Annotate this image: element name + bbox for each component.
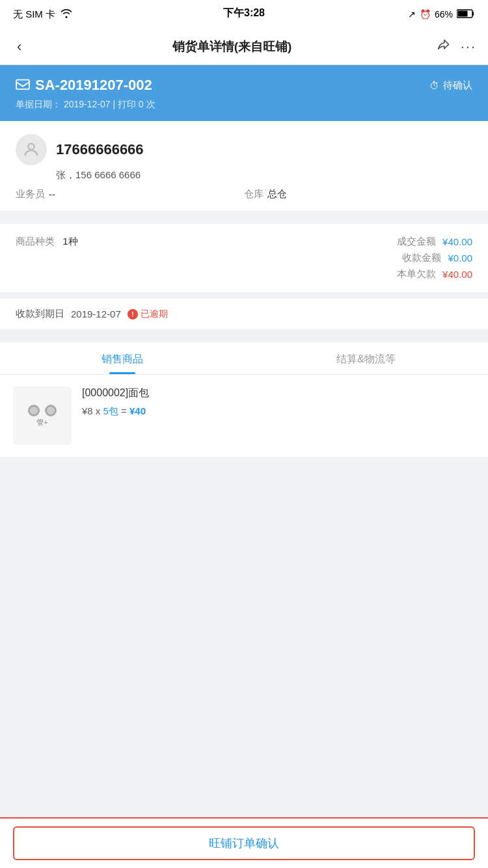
equals-sign: = — [121, 405, 127, 416]
warehouse-value: 总仓 — [267, 188, 287, 200]
divider-3 — [0, 336, 488, 342]
order-icon — [16, 77, 30, 94]
product-name: [0000002]面包 — [82, 387, 475, 400]
product-count-value: 1种 — [62, 236, 77, 247]
summary-right: 成交金额 ¥40.00 收款金额 ¥0.00 本单欠款 ¥40.00 — [397, 236, 472, 280]
owed-value: ¥40.00 — [442, 269, 472, 280]
product-item: 管+ [0000002]面包 ¥8 x 5包 = ¥40 — [13, 387, 475, 445]
order-id: SA-20191207-002 — [16, 77, 152, 94]
carrier-text: 无 SIM 卡 — [13, 8, 55, 21]
confirm-button[interactable]: 旺铺订单确认 — [13, 826, 475, 860]
sales-value: -- — [49, 189, 55, 200]
battery-text: 66% — [435, 9, 453, 20]
due-date-label: 收款到期日 — [16, 308, 64, 320]
avatar — [16, 134, 47, 165]
battery-icon — [457, 9, 475, 20]
nav-actions: ··· — [437, 38, 476, 55]
summary-left: 商品种类 1种 — [16, 236, 78, 248]
due-date-value: 2019-12-07 — [71, 308, 121, 319]
content-area — [0, 457, 488, 587]
received-label: 收款金额 — [402, 252, 441, 264]
customer-meta: 业务员 -- 仓库 总仓 — [16, 188, 472, 200]
warehouse-meta: 仓库 总仓 — [244, 188, 472, 200]
back-button[interactable]: ‹ — [12, 33, 27, 61]
amount-label: 成交金额 — [397, 236, 436, 248]
more-button[interactable]: ··· — [461, 38, 476, 55]
owed-label: 本单欠款 — [397, 268, 436, 280]
status-time: 下午3:28 — [223, 7, 265, 20]
product-owl-logo: 管+ — [28, 405, 57, 427]
status-bar: 无 SIM 卡 下午3:28 ↗ ⏰ 66% — [0, 0, 488, 29]
owed-row: 本单欠款 ¥40.00 — [397, 268, 472, 280]
owl-text: 管+ — [36, 418, 47, 427]
product-total: ¥40 — [129, 405, 146, 416]
owl-eye-left — [28, 405, 40, 416]
owl-eye-right — [45, 405, 57, 416]
product-thumbnail: 管+ — [13, 387, 72, 445]
order-header: SA-20191207-002 ⏱ 待确认 单据日期： 2019-12-07 |… — [0, 65, 488, 121]
tab-settlement[interactable]: 结算&物流等 — [244, 342, 488, 374]
order-date: 单据日期： 2019-12-07 | 打印 0 次 — [16, 99, 472, 111]
product-count-row: 商品种类 1种 — [16, 236, 78, 248]
received-value: ¥0.00 — [448, 252, 472, 264]
multiply-sign: x — [96, 405, 101, 416]
sales-label: 业务员 — [16, 188, 45, 200]
customer-phone: 17666666666 — [56, 141, 144, 158]
amount-row: 成交金额 ¥40.00 — [397, 236, 472, 248]
received-row: 收款金额 ¥0.00 — [402, 252, 472, 264]
overdue-text: 已逾期 — [141, 308, 168, 320]
product-section: 管+ [0000002]面包 ¥8 x 5包 = ¥40 — [0, 375, 488, 457]
bottom-spacer — [0, 587, 488, 639]
amount-value: ¥40.00 — [442, 236, 472, 247]
svg-point-3 — [28, 144, 34, 150]
alarm-icon: ⏰ — [420, 9, 431, 20]
tabs-container: 销售商品 结算&物流等 — [0, 342, 488, 375]
status-clock-icon: ⏱ — [429, 80, 439, 91]
bottom-bar: 旺铺订单确认 — [0, 817, 488, 868]
product-info: [0000002]面包 ¥8 x 5包 = ¥40 — [82, 387, 475, 418]
customer-sub: 张，156 6666 6666 — [56, 169, 472, 182]
status-right: ↗ ⏰ 66% — [408, 9, 475, 20]
location-icon: ↗ — [408, 9, 416, 20]
product-price-row: ¥8 x 5包 = ¥40 — [82, 405, 475, 418]
wifi-icon — [61, 9, 72, 20]
status-carrier: 无 SIM 卡 — [13, 8, 72, 21]
customer-card: 17666666666 张，156 6666 6666 业务员 -- 仓库 总仓 — [0, 121, 488, 211]
sales-meta: 业务员 -- — [16, 188, 244, 200]
divider-2 — [0, 292, 488, 299]
share-button[interactable] — [437, 38, 450, 55]
svg-rect-2 — [16, 80, 29, 89]
owl-eyes — [28, 405, 57, 416]
due-card: 收款到期日 2019-12-07 ! 已逾期 — [0, 299, 488, 329]
product-count-label: 商品种类 — [16, 236, 55, 247]
nav-bar: ‹ 销货单详情(来自旺铺) ··· — [0, 29, 488, 65]
product-price: ¥8 — [82, 405, 93, 416]
summary-card: 商品种类 1种 成交金额 ¥40.00 收款金额 ¥0.00 本单欠款 ¥40.… — [0, 224, 488, 292]
customer-row: 17666666666 — [16, 134, 472, 165]
warehouse-label: 仓库 — [244, 188, 264, 200]
divider-1 — [0, 217, 488, 224]
order-id-row: SA-20191207-002 ⏱ 待确认 — [16, 77, 472, 94]
overdue-icon: ! — [128, 309, 138, 319]
order-status: ⏱ 待确认 — [429, 79, 472, 92]
product-qty: 5包 — [103, 405, 118, 416]
svg-rect-1 — [458, 10, 468, 16]
page-title: 销货单详情(来自旺铺) — [27, 38, 437, 55]
tab-sales-products[interactable]: 销售商品 — [0, 342, 244, 374]
overdue-badge: ! 已逾期 — [128, 308, 168, 320]
